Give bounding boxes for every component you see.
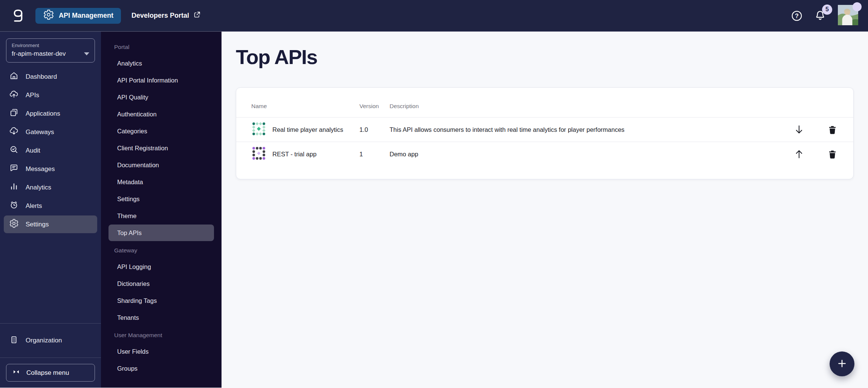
environment-selector[interactable]: Environment fr-apim-master-dev xyxy=(6,38,95,63)
audit-icon xyxy=(9,145,19,156)
subnav-section-gateway: Gateway xyxy=(114,247,222,255)
subnav-item-api-logging[interactable]: API Logging xyxy=(108,258,214,275)
sidebar-item-dashboard[interactable]: Dashboard xyxy=(4,68,97,86)
applications-icon xyxy=(9,108,19,119)
topbar-right: ? 5 xyxy=(790,5,858,27)
subnav-item-documentation[interactable]: Documentation xyxy=(108,157,214,173)
divider xyxy=(0,357,101,358)
sidebar-item-label: Gateways xyxy=(26,128,54,136)
move-up-icon[interactable] xyxy=(793,148,805,160)
subnav-item-user-fields[interactable]: User Fields xyxy=(108,343,214,360)
sidebar-item-settings[interactable]: Settings xyxy=(4,215,97,233)
delete-icon[interactable] xyxy=(826,148,838,160)
add-top-api-button[interactable] xyxy=(830,351,854,376)
building-icon xyxy=(9,335,19,347)
delete-icon[interactable] xyxy=(826,124,838,136)
chevron-down-icon xyxy=(84,52,89,55)
alarm-icon xyxy=(9,200,19,212)
api-name: REST - trial app xyxy=(272,151,316,158)
api-version: 1 xyxy=(359,151,390,158)
column-description: Description xyxy=(390,103,763,110)
move-down-icon[interactable] xyxy=(793,124,805,136)
api-management-chip[interactable]: API Management xyxy=(35,8,121,24)
api-name: Real time player analytics xyxy=(272,126,343,133)
column-name: Name xyxy=(251,103,359,110)
subnav-item-authentication[interactable]: Authentication xyxy=(108,106,214,122)
svg-text:?: ? xyxy=(795,12,799,19)
notification-badge: 5 xyxy=(822,5,832,15)
subnav-section-user-management: User Management xyxy=(114,332,222,339)
api-description: This API allows consumers to interact wi… xyxy=(390,126,763,133)
subnav-item-api-quality[interactable]: API Quality xyxy=(108,89,214,105)
sidebar-item-label: Organization xyxy=(26,337,62,344)
subnav-item-theme[interactable]: Theme xyxy=(108,208,214,224)
main-content: Top APIs Name Version Description xyxy=(222,32,868,388)
environment-value: fr-apim-master-dev xyxy=(12,50,66,58)
gravitee-logo xyxy=(11,8,25,24)
topbar: API Management Developers Portal ? xyxy=(0,0,868,32)
subnav-item-top-apis[interactable]: Top APIs xyxy=(108,225,214,241)
plus-icon xyxy=(836,358,848,370)
sidebar-item-label: Settings xyxy=(26,221,49,228)
subnav-item-dictionaries[interactable]: Dictionaries xyxy=(108,275,214,292)
external-link-icon xyxy=(193,11,201,21)
help-icon[interactable]: ? xyxy=(790,9,803,22)
page-title: Top APIs xyxy=(236,45,868,69)
api-picto-icon xyxy=(251,121,266,138)
message-icon xyxy=(9,163,19,175)
gear-icon xyxy=(9,218,19,230)
sidebar-item-apis[interactable]: APIs xyxy=(4,86,97,104)
user-avatar[interactable] xyxy=(838,5,858,27)
sidebar-item-label: Dashboard xyxy=(26,73,57,81)
collapse-label: Collapse menu xyxy=(26,369,69,377)
subnav-section-portal: Portal xyxy=(114,44,222,51)
table-row: Real time player analytics 1.0 This API … xyxy=(236,117,853,142)
table-header: Name Version Description xyxy=(236,95,853,117)
notifications-button[interactable]: 5 xyxy=(814,9,827,22)
subnav-item-categories[interactable]: Categories xyxy=(108,123,214,139)
sidebar-item-label: Audit xyxy=(26,147,40,154)
sidebar-item-label: Applications xyxy=(26,110,60,118)
sidebar-nav: Dashboard APIs Applications Gateways Aud… xyxy=(0,68,101,233)
primary-sidebar: Environment fr-apim-master-dev Dashboard… xyxy=(0,32,101,388)
subnav-item-client-registration[interactable]: Client Registration xyxy=(108,140,214,156)
column-version: Version xyxy=(359,103,390,110)
avatar xyxy=(838,20,858,26)
subnav-item-settings[interactable]: Settings xyxy=(108,191,214,207)
sidebar-item-label: Analytics xyxy=(26,184,51,191)
sidebar-item-analytics[interactable]: Analytics xyxy=(4,179,97,196)
sidebar-item-label: Alerts xyxy=(26,202,42,210)
cloud-down-icon xyxy=(9,126,19,138)
developers-portal-link[interactable]: Developers Portal xyxy=(131,11,201,21)
settings-subnav: Portal Analytics API Portal Information … xyxy=(101,32,222,388)
sidebar-item-label: Messages xyxy=(26,165,55,173)
app-chip-label: API Management xyxy=(59,12,113,20)
sidebar-item-label: APIs xyxy=(26,92,39,99)
api-version: 1.0 xyxy=(359,126,390,133)
environment-label: Environment xyxy=(12,43,89,48)
sidebar-item-gateways[interactable]: Gateways xyxy=(4,123,97,141)
subnav-item-groups[interactable]: Groups xyxy=(108,360,214,377)
bar-chart-icon xyxy=(9,182,19,193)
collapse-icon xyxy=(12,368,20,378)
sidebar-item-messages[interactable]: Messages xyxy=(4,160,97,178)
subnav-item-analytics[interactable]: Analytics xyxy=(108,55,214,72)
sidebar-item-audit[interactable]: Audit xyxy=(4,142,97,159)
sidebar-item-applications[interactable]: Applications xyxy=(4,105,97,122)
table-row: REST - trial app 1 Demo app xyxy=(236,142,853,166)
subnav-item-sharding-tags[interactable]: Sharding Tags xyxy=(108,292,214,309)
collapse-menu-button[interactable]: Collapse menu xyxy=(6,364,95,382)
sidebar-item-alerts[interactable]: Alerts xyxy=(4,197,97,215)
subnav-item-api-portal-information[interactable]: API Portal Information xyxy=(108,72,214,89)
api-description: Demo app xyxy=(390,151,763,158)
sidebar-item-organization[interactable]: Organization xyxy=(4,324,97,357)
subnav-item-metadata[interactable]: Metadata xyxy=(108,174,214,190)
subnav-item-tenants[interactable]: Tenants xyxy=(108,309,214,326)
home-icon xyxy=(9,71,19,82)
status-dot xyxy=(853,2,862,11)
gear-icon xyxy=(43,9,54,22)
cloud-up-icon xyxy=(9,89,19,101)
api-picto-icon xyxy=(251,146,266,162)
portal-link-label: Developers Portal xyxy=(131,12,189,20)
top-apis-card: Name Version Description xyxy=(236,87,854,179)
